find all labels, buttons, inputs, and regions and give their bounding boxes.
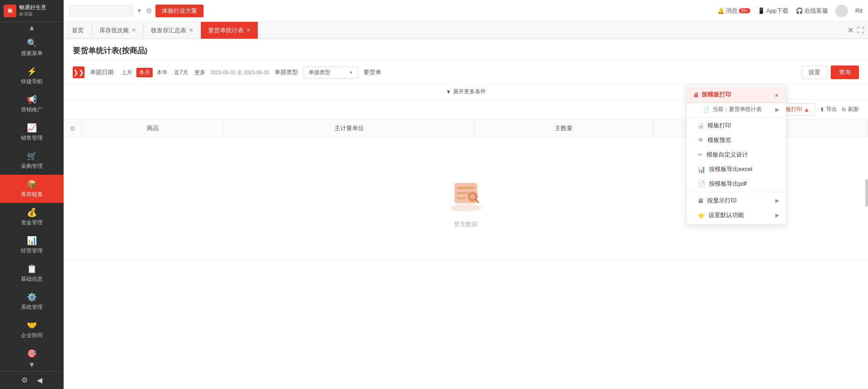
page-title-bar: 要货单统计表(按商品): [64, 39, 868, 61]
svg-rect-2: [457, 187, 475, 189]
search-chevron-icon[interactable]: ▼: [136, 7, 142, 14]
current-template-chevron-icon: ▶: [775, 106, 779, 113]
display-print-group-left: 🖥 按显示打印: [698, 197, 737, 205]
dropdown-current-template[interactable]: 📄 当前：要货单统计表 ▶: [687, 103, 786, 116]
sidebar-item-label: 搜索菜单: [21, 50, 43, 57]
type-filter-value: 单据类型: [309, 69, 330, 76]
date-btn-last-month[interactable]: 上月: [119, 68, 135, 77]
dropdown-collapse-icon: ▲: [774, 91, 779, 98]
tab-order-stats[interactable]: 要货单统计表 ✕: [201, 22, 258, 39]
sidebar-item-sales[interactable]: 📈 销售管理: [0, 118, 64, 147]
dropdown-print-icon: 🖨: [693, 91, 699, 98]
notification-button[interactable]: 🔔 消息 99+: [717, 7, 750, 15]
dropdown-item-template-design[interactable]: ✏ 模板自定义设计: [687, 147, 786, 162]
export-button[interactable]: ⬆ 导出: [820, 103, 837, 116]
dropdown-item-template-preview[interactable]: 👁 模板预览: [687, 133, 786, 147]
tab-order-stats-close[interactable]: ✕: [246, 27, 250, 33]
username-label[interactable]: Rit: [855, 7, 863, 14]
settings-icon[interactable]: ⚙: [21, 376, 28, 384]
sidebar-item-label: 销售管理: [21, 134, 43, 142]
basic-icon: 📋: [27, 264, 37, 274]
type-filter-select[interactable]: 单据类型 ▼: [304, 66, 358, 79]
system-icon: ⚙️: [27, 292, 37, 302]
sidebar-header: 畅 畅通好生意 标准版: [0, 0, 64, 22]
filter-toggle-button[interactable]: ❯❯: [73, 66, 85, 78]
sidebar-item-system[interactable]: ⚙️ 系统管理: [0, 288, 64, 316]
sidebar-item-label: 资金管理: [21, 219, 43, 227]
type-filter-label: 单据类型: [274, 68, 298, 76]
collapse-icon[interactable]: ◀: [37, 376, 42, 384]
dropdown-item-export-excel[interactable]: 📊 按模板导出excel: [687, 162, 786, 177]
date-btn-this-year[interactable]: 本年: [155, 68, 170, 77]
industry-solution-button[interactable]: 体验行业方案: [155, 5, 204, 17]
main-area: ▼ ⚙ 体验行业方案 🔔 消息 99+ 📱 App下载 🎧 在线客服 Rit 首: [64, 0, 868, 389]
app-download-button[interactable]: 📱 App下载: [758, 7, 788, 15]
template-preview-label: 模板预览: [708, 136, 731, 144]
refresh-button[interactable]: ↻ 刷新: [842, 103, 859, 116]
expand-icon: ▼: [446, 89, 451, 95]
sidebar-item-finance[interactable]: 💰 资金管理: [0, 203, 64, 231]
sidebar-scroll-up[interactable]: ▲: [0, 22, 64, 34]
tab-home[interactable]: 首页: [64, 22, 92, 39]
sidebar-scroll-down[interactable]: ▼: [0, 359, 64, 371]
date-btn-7days[interactable]: 近7天: [172, 68, 190, 77]
sidebar-item-search[interactable]: 🔍 搜索菜单: [0, 34, 64, 62]
tab-batch-account-close[interactable]: ✕: [132, 27, 136, 33]
export-excel-icon: 📊: [698, 166, 705, 173]
sidebar-item-newbie[interactable]: 🎯 新手引导: [0, 344, 64, 359]
col-quantity: 主数量: [475, 120, 653, 137]
template-preview-icon: 👁: [698, 136, 704, 144]
dropdown-title: 按模板打印: [702, 91, 731, 99]
notification-icon: 🔔: [717, 7, 724, 14]
dropdown-group-display-print[interactable]: 🖥 按显示打印 ▶: [687, 193, 786, 208]
tab-collection-summary[interactable]: 收发存汇总表 ✕: [144, 22, 201, 39]
sidebar-item-label: 基础信息: [21, 275, 43, 283]
app-download-label: App下载: [766, 7, 788, 15]
query-button[interactable]: 查询: [831, 66, 859, 79]
inventory-icon: 📦: [27, 179, 37, 189]
divider-2: [687, 192, 786, 192]
dropdown-group-set-default[interactable]: ⭐ 设置默认功能 ▶: [687, 208, 786, 222]
sidebar-item-purchase[interactable]: 🛒 采购管理: [0, 147, 64, 175]
divider-1: [687, 117, 786, 117]
window-controls: ✕ ⛶: [848, 22, 868, 39]
template-print-icon: 🖨: [698, 122, 704, 129]
set-default-icon: ⭐: [698, 212, 705, 219]
window-maximize-button[interactable]: ⛶: [857, 26, 864, 35]
table-settings-icon[interactable]: ⚙: [70, 125, 75, 132]
current-template-icon: 📄: [703, 106, 710, 113]
date-filter-group: 上月 本月 本年 近7天 更多 2023-06-01 至 2023-06-30: [119, 68, 269, 77]
service-icon: 🎧: [796, 7, 803, 14]
date-btn-this-month[interactable]: 本月: [136, 68, 153, 77]
search-input[interactable]: [69, 5, 133, 16]
dropdown-item-export-pdf[interactable]: 📄 按模板导出pdf: [687, 177, 786, 191]
window-close-button[interactable]: ✕: [848, 26, 853, 35]
dropdown-item-template-print[interactable]: 🖨 模板打印: [687, 118, 786, 133]
dropdown-header[interactable]: 🖨 按模板打印 ▲: [687, 87, 786, 103]
app-download-icon: 📱: [758, 7, 765, 14]
col-unit: 主计量单位: [224, 120, 475, 137]
settings-button[interactable]: 设置: [802, 66, 827, 79]
empty-text: 暂无数据: [454, 220, 478, 228]
sidebar-item-inventory[interactable]: 📦 库存核算: [0, 175, 64, 203]
page-content: 要货单统计表(按商品) ❯❯ 单据日期 上月 本月 本年 近7天 更多 2023…: [64, 39, 868, 389]
sidebar-item-label: 库存核算: [21, 191, 43, 198]
sidebar-item-operation[interactable]: 📊 经营管理: [0, 231, 64, 259]
sidebar-item-marketing[interactable]: 📢 营销推广: [0, 90, 64, 118]
date-btn-more[interactable]: 更多: [192, 68, 208, 77]
topbar-gear-icon[interactable]: ⚙: [146, 7, 152, 15]
type-filter-chevron-icon: ▼: [349, 70, 353, 75]
export-btn-label: 导出: [826, 106, 837, 113]
online-service-button[interactable]: 🎧 在线客服: [796, 7, 828, 15]
sidebar-item-quick-nav[interactable]: ⚡ 快捷导航: [0, 62, 64, 90]
sidebar-item-basic[interactable]: 📋 基础信息: [0, 259, 64, 288]
expand-more-button[interactable]: ▼ 展开更多条件: [446, 88, 486, 96]
avatar[interactable]: [835, 5, 848, 17]
tab-collection-summary-close[interactable]: ✕: [189, 27, 193, 33]
scrollbar[interactable]: [865, 179, 868, 207]
set-default-label: 设置默认功能: [708, 211, 744, 219]
tab-batch-account[interactable]: 库存批次账 ✕: [92, 22, 144, 39]
refresh-btn-label: 刷新: [848, 106, 859, 113]
sidebar-item-enterprise[interactable]: 🤝 企业协同: [0, 316, 64, 344]
sidebar-item-label: 采购管理: [21, 162, 43, 170]
